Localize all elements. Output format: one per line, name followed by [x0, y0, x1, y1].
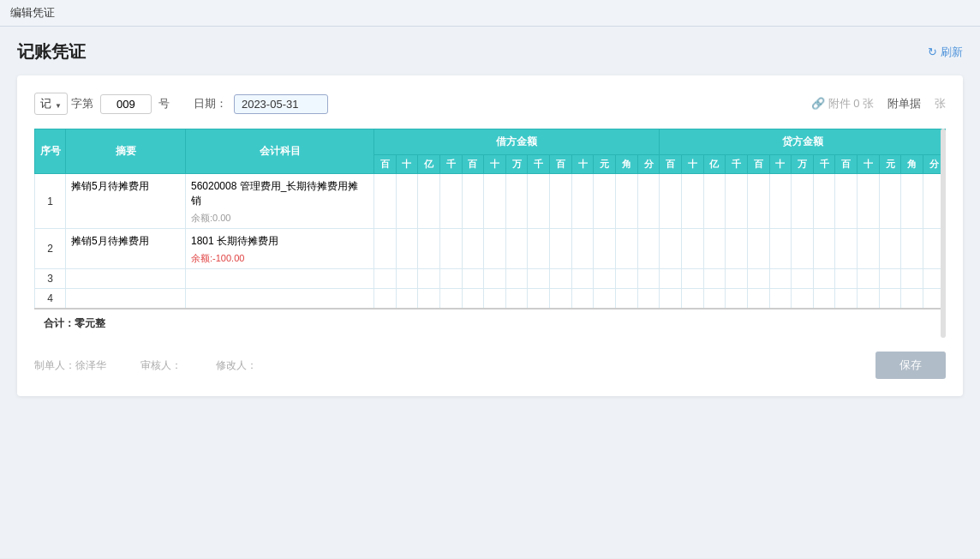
credit-cell-12[interactable]	[901, 269, 923, 289]
credit-cell-6[interactable]	[769, 289, 792, 310]
debit-cell-8[interactable]	[528, 289, 550, 310]
credit-cell-1[interactable]	[660, 289, 682, 310]
save-button[interactable]: 保存	[875, 352, 946, 379]
row-summary[interactable]: 摊销5月待摊费用	[66, 229, 186, 269]
row-summary[interactable]	[66, 269, 186, 289]
debit-cell-6[interactable]	[484, 229, 506, 269]
debit-cell-5[interactable]	[462, 269, 484, 289]
credit-cell-8[interactable]	[813, 269, 835, 289]
credit-cell-9[interactable]	[835, 229, 858, 269]
table-row[interactable]: 3	[35, 269, 946, 289]
credit-cell-1[interactable]	[660, 174, 682, 229]
debit-cell-13[interactable]	[637, 269, 660, 289]
debit-cell-3[interactable]	[418, 269, 440, 289]
voucher-number-input[interactable]	[100, 94, 152, 114]
table-row[interactable]: 2摊销5月待摊费用1801 长期待摊费用余额:-100.00	[35, 229, 946, 269]
debit-cell-11[interactable]	[594, 229, 616, 269]
debit-cell-2[interactable]	[396, 174, 418, 229]
credit-cell-7[interactable]	[792, 229, 814, 269]
debit-cell-7[interactable]	[505, 174, 528, 229]
debit-cell-8[interactable]	[528, 269, 550, 289]
credit-cell-4[interactable]	[726, 269, 748, 289]
row-account[interactable]	[186, 289, 374, 310]
row-account[interactable]: 56020008 管理费用_长期待摊费用摊销余额:0.00	[186, 174, 374, 229]
debit-cell-12[interactable]	[616, 269, 638, 289]
refresh-button[interactable]: ↻ 刷新	[928, 45, 963, 60]
debit-cell-4[interactable]	[439, 229, 462, 269]
debit-cell-2[interactable]	[396, 289, 418, 310]
debit-cell-1[interactable]	[374, 229, 397, 269]
credit-cell-13[interactable]	[923, 289, 946, 310]
credit-cell-9[interactable]	[835, 269, 858, 289]
debit-cell-1[interactable]	[374, 289, 397, 310]
debit-cell-9[interactable]	[550, 269, 572, 289]
credit-cell-9[interactable]	[835, 174, 858, 229]
debit-cell-2[interactable]	[396, 229, 418, 269]
credit-cell-3[interactable]	[703, 289, 726, 310]
debit-cell-2[interactable]	[396, 269, 418, 289]
credit-cell-2[interactable]	[681, 229, 703, 269]
credit-cell-4[interactable]	[726, 174, 748, 229]
debit-cell-11[interactable]	[594, 269, 616, 289]
credit-cell-3[interactable]	[703, 174, 726, 229]
credit-cell-8[interactable]	[813, 229, 835, 269]
debit-cell-6[interactable]	[484, 269, 506, 289]
credit-cell-2[interactable]	[681, 269, 703, 289]
debit-cell-3[interactable]	[418, 174, 440, 229]
debit-cell-7[interactable]	[505, 229, 528, 269]
row-account[interactable]	[186, 269, 374, 289]
credit-cell-8[interactable]	[813, 174, 835, 229]
credit-cell-12[interactable]	[901, 174, 923, 229]
debit-cell-13[interactable]	[637, 174, 660, 229]
credit-cell-1[interactable]	[660, 229, 682, 269]
credit-cell-11[interactable]	[879, 174, 901, 229]
voucher-type-dropdown[interactable]: 记	[34, 93, 68, 115]
credit-cell-12[interactable]	[901, 289, 923, 310]
credit-cell-13[interactable]	[923, 174, 946, 229]
debit-cell-13[interactable]	[637, 289, 660, 310]
debit-cell-1[interactable]	[374, 174, 397, 229]
debit-cell-3[interactable]	[418, 229, 440, 269]
credit-cell-5[interactable]	[747, 174, 769, 229]
credit-cell-3[interactable]	[703, 229, 726, 269]
credit-cell-12[interactable]	[901, 229, 923, 269]
debit-cell-13[interactable]	[637, 229, 660, 269]
debit-cell-4[interactable]	[439, 269, 462, 289]
credit-cell-7[interactable]	[792, 269, 814, 289]
credit-cell-7[interactable]	[792, 289, 814, 310]
credit-cell-4[interactable]	[726, 289, 748, 310]
debit-cell-10[interactable]	[571, 229, 594, 269]
debit-cell-9[interactable]	[550, 229, 572, 269]
debit-cell-12[interactable]	[616, 174, 638, 229]
debit-cell-3[interactable]	[418, 289, 440, 310]
credit-cell-11[interactable]	[879, 289, 901, 310]
credit-cell-5[interactable]	[747, 269, 769, 289]
debit-cell-12[interactable]	[616, 289, 638, 310]
table-row[interactable]: 4	[35, 289, 946, 310]
debit-cell-10[interactable]	[571, 269, 594, 289]
credit-cell-4[interactable]	[726, 229, 748, 269]
debit-cell-12[interactable]	[616, 229, 638, 269]
date-input[interactable]	[234, 94, 328, 114]
debit-cell-8[interactable]	[528, 229, 550, 269]
credit-cell-5[interactable]	[747, 229, 769, 269]
credit-cell-6[interactable]	[769, 229, 792, 269]
credit-cell-7[interactable]	[792, 174, 814, 229]
attach-doc-button[interactable]: 附单据	[887, 96, 921, 111]
row-summary[interactable]: 摊销5月待摊费用	[66, 174, 186, 229]
credit-cell-1[interactable]	[660, 269, 682, 289]
credit-cell-3[interactable]	[703, 269, 726, 289]
credit-cell-6[interactable]	[769, 269, 792, 289]
debit-cell-7[interactable]	[505, 289, 528, 310]
row-account[interactable]: 1801 长期待摊费用余额:-100.00	[186, 229, 374, 269]
debit-cell-11[interactable]	[594, 174, 616, 229]
debit-cell-5[interactable]	[462, 229, 484, 269]
credit-cell-10[interactable]	[858, 174, 880, 229]
debit-cell-6[interactable]	[484, 174, 506, 229]
debit-cell-8[interactable]	[528, 174, 550, 229]
debit-cell-7[interactable]	[505, 269, 528, 289]
row-summary[interactable]	[66, 289, 186, 310]
credit-cell-2[interactable]	[681, 174, 703, 229]
credit-cell-10[interactable]	[858, 289, 880, 310]
debit-cell-9[interactable]	[550, 289, 572, 310]
